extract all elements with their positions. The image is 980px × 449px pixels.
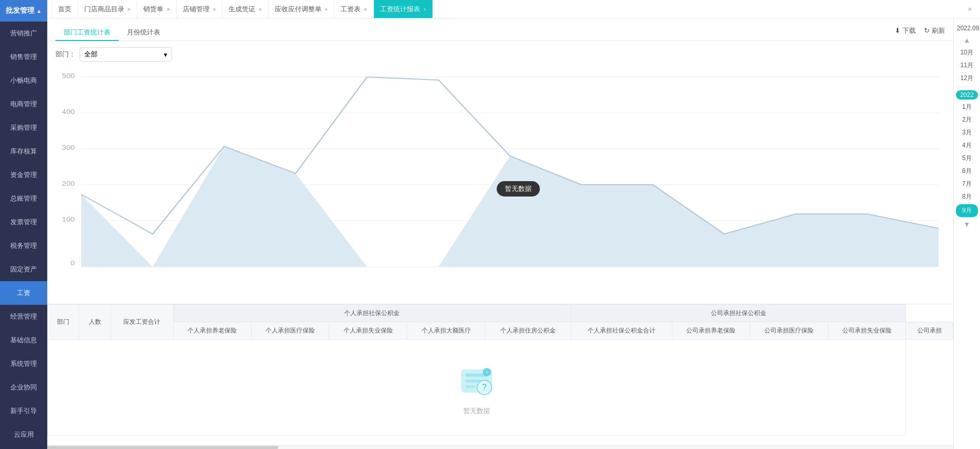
- tab-voucher[interactable]: 生成凭证 ×: [222, 0, 268, 18]
- svg-rect-14: [465, 380, 481, 382]
- timeline-month-2[interactable]: 2月: [954, 113, 980, 126]
- main-area: 首页 门店商品目录 × 销货单 × 店铺管理 × 生成凭证 × 应收应付调整单 …: [47, 0, 980, 449]
- refresh-icon: ↻: [924, 27, 930, 34]
- download-button[interactable]: ⬇ 下载: [895, 26, 916, 35]
- svg-text:300: 300: [62, 144, 76, 151]
- empty-state: ? ! 暂无数据: [54, 344, 899, 431]
- close-tab-voucher[interactable]: ×: [258, 6, 261, 12]
- col-group-personal: 个人承担社保公积金: [173, 305, 571, 322]
- empty-state-row: ? ! 暂无数据: [48, 340, 953, 436]
- timeline-divider: [956, 87, 977, 87]
- sidebar-item-ecommerce[interactable]: 电商管理: [0, 92, 47, 116]
- sidebar-item-marketing[interactable]: 营销推广: [0, 22, 47, 45]
- tab-payroll-report[interactable]: 工资统计报表 ×: [374, 0, 433, 18]
- sidebar-item-system[interactable]: 系统管理: [0, 352, 47, 376]
- sidebar-item-ecommerce-mini[interactable]: 小畅电商: [0, 69, 47, 92]
- col-company-unemployment: 公司承担失业保险: [828, 322, 906, 340]
- table-area: 部门 人数 应发工资合计 个人承担社保公积金 公司承担社保公积金 个人承担养老保…: [47, 304, 953, 445]
- sidebar-item-purchase[interactable]: 采购管理: [0, 116, 47, 140]
- timeline-up-arrow[interactable]: ▲: [962, 34, 973, 46]
- timeline-month-5[interactable]: 5月: [954, 152, 980, 165]
- timeline-month-10[interactable]: 10月: [954, 46, 980, 59]
- close-tab-payroll[interactable]: ×: [364, 6, 367, 12]
- close-tab-sales-order[interactable]: ×: [166, 6, 169, 12]
- tab-product-catalog[interactable]: 门店商品目录 ×: [78, 0, 137, 18]
- svg-text:500: 500: [62, 72, 76, 79]
- download-icon: ⬇: [895, 27, 900, 34]
- sidebar-item-tax[interactable]: 税务管理: [0, 234, 47, 258]
- timeline-month-8[interactable]: 8月: [954, 190, 980, 203]
- timeline-month-6[interactable]: 6月: [954, 165, 980, 178]
- sidebar-settings-button[interactable]: ⚙: [0, 446, 47, 449]
- col-personal-pension: 个人承担养老保险: [173, 322, 251, 340]
- sidebar-item-ledger[interactable]: 总账管理: [0, 187, 47, 210]
- sub-tab-bar: 部门工资统计表 月份统计表 ⬇ 下载 ↻ 刷新: [47, 18, 953, 41]
- chart-no-data-tooltip: 暂无数据: [497, 181, 540, 197]
- dept-label: 部门：: [55, 50, 76, 59]
- timeline-month-4[interactable]: 4月: [954, 139, 980, 152]
- timeline-year-badge-2022[interactable]: 2022: [956, 90, 978, 100]
- timeline-month-1[interactable]: 1月: [954, 101, 980, 113]
- sidebar-header[interactable]: 批发管理 ▲: [0, 0, 47, 22]
- close-tab-payroll-report[interactable]: ×: [423, 6, 426, 12]
- refresh-button[interactable]: ↻ 刷新: [924, 26, 945, 35]
- sidebar-item-basic[interactable]: 基础信息: [0, 328, 47, 352]
- dept-filter: 部门： 全部 ▾: [55, 47, 172, 62]
- chart-area: 500 400 300 200 100 0: [47, 68, 953, 304]
- tab-home[interactable]: 首页: [51, 0, 78, 18]
- tab-store-mgmt[interactable]: 店铺管理 ×: [177, 0, 222, 18]
- sidebar-item-salary[interactable]: 工资: [0, 281, 47, 305]
- col-personal-housing-fund: 个人承担住房公积金: [485, 322, 571, 340]
- close-tab-product-catalog[interactable]: ×: [127, 6, 130, 12]
- svg-rect-15: [465, 385, 476, 388]
- sidebar-item-cloud[interactable]: 云应用: [0, 423, 47, 446]
- sidebar-item-assets[interactable]: 固定资产: [0, 258, 47, 281]
- svg-text:400: 400: [62, 108, 76, 115]
- timeline-month-3[interactable]: 3月: [954, 126, 980, 139]
- tab-sales-order[interactable]: 销货单 ×: [137, 0, 176, 18]
- col-personal-unemployment: 个人承担失业保险: [329, 322, 407, 340]
- close-all-tabs-button[interactable]: ×: [964, 5, 976, 13]
- col-company-pension: 公司承担养老保险: [672, 322, 750, 340]
- content-area: 部门工资统计表 月份统计表 ⬇ 下载 ↻ 刷新: [47, 18, 953, 449]
- chart-svg: 500 400 300 200 100 0: [55, 68, 945, 283]
- sub-tab-dept-stats[interactable]: 部门工资统计表: [55, 25, 119, 41]
- timeline-month-12[interactable]: 12月: [954, 72, 980, 85]
- sidebar-item-enterprise[interactable]: 企业协同: [0, 376, 47, 399]
- timeline-year-2022: 2022.09: [954, 23, 980, 34]
- sub-tab-monthly-stats[interactable]: 月份统计表: [119, 25, 168, 41]
- col-personal-major-medical: 个人承担大额医疗: [407, 322, 485, 340]
- sidebar-item-finance[interactable]: 资金管理: [0, 163, 47, 187]
- sidebar-item-invoice[interactable]: 发票管理: [0, 210, 47, 234]
- col-group-company: 公司承担社保公积金: [571, 305, 906, 322]
- sidebar-item-operation[interactable]: 经营管理: [0, 305, 47, 328]
- tab-ar-ap[interactable]: 应收应付调整单 ×: [269, 0, 334, 18]
- svg-text:200: 200: [62, 180, 76, 187]
- chevron-down-icon: ▾: [164, 51, 167, 58]
- svg-text:?: ?: [482, 383, 487, 392]
- tab-payroll[interactable]: 工资表 ×: [334, 0, 373, 18]
- close-tab-store-mgmt[interactable]: ×: [213, 6, 216, 12]
- horizontal-scrollbar[interactable]: [47, 445, 953, 449]
- timeline-month-7[interactable]: 7月: [954, 178, 980, 190]
- timeline-month-9-active[interactable]: 9月: [956, 204, 978, 217]
- col-company-medical: 公司承担医疗保险: [750, 322, 828, 340]
- tab-bar: 首页 门店商品目录 × 销货单 × 店铺管理 × 生成凭证 × 应收应付调整单 …: [47, 0, 980, 18]
- sidebar-collapse-icon: ▲: [36, 8, 42, 14]
- sidebar-item-sales[interactable]: 销售管理: [0, 45, 47, 69]
- sidebar-item-inventory[interactable]: 库存核算: [0, 140, 47, 163]
- col-personal-social-total: 个人承担社保公积金合计: [571, 322, 672, 340]
- col-company-more: 公司承担: [906, 322, 953, 340]
- timeline-month-11[interactable]: 11月: [954, 59, 980, 72]
- empty-state-text: 暂无数据: [463, 406, 490, 416]
- col-personal-medical: 个人承担医疗保险: [251, 322, 329, 340]
- timeline-down-arrow[interactable]: ▼: [962, 218, 973, 230]
- timeline-sidebar: 2022.09 ▲ 10月 11月 12月 2022 1月 2月 3月 4月 5…: [953, 18, 980, 449]
- close-tab-ar-ap[interactable]: ×: [325, 6, 328, 12]
- svg-text:!: !: [486, 370, 488, 375]
- sidebar-item-guide[interactable]: 新手引导: [0, 399, 47, 423]
- close-all-icon: ×: [968, 5, 972, 13]
- data-table: 部门 人数 应发工资合计 个人承担社保公积金 公司承担社保公积金 个人承担养老保…: [47, 304, 953, 436]
- dept-select[interactable]: 全部 ▾: [80, 47, 172, 62]
- col-headcount: 人数: [79, 305, 110, 340]
